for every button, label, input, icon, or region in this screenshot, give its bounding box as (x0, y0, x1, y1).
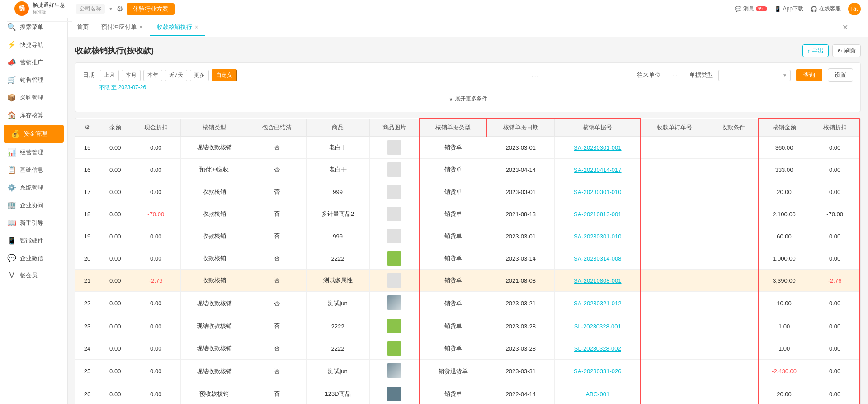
cell-bill-no-link[interactable]: SA-20210813-001 (574, 211, 622, 218)
cell-bill-no-link[interactable]: ABC-001 (585, 391, 609, 398)
cell-bill-no-link[interactable]: SA-20210808-001 (574, 277, 622, 284)
date-last-7days-btn[interactable]: 近7天 (165, 70, 187, 81)
marketing-icon: 📣 (7, 58, 16, 67)
counterpart-label: 往来单位 (637, 71, 660, 79)
date-more-btn[interactable]: 更多 (190, 70, 209, 81)
wechat-icon: 💬 (7, 254, 16, 262)
cell-bill-no-link[interactable]: SL-20230328-001 (574, 323, 621, 330)
cell-bill-no[interactable]: SL-20230328-002 (555, 337, 641, 360)
message-item[interactable]: 💬 消息 99+ (735, 5, 767, 13)
cell-writeoff-discount: 0.00 (810, 225, 860, 247)
cell-included: 否 (248, 203, 306, 225)
cell-bill-no[interactable]: SA-20230314-008 (555, 247, 641, 270)
export-button[interactable]: ↑ 导出 (802, 44, 829, 57)
sidebar-item-system[interactable]: ⚙️ 系统管理 (0, 179, 67, 196)
cell-writeoff-discount: 0.00 (810, 315, 860, 337)
sidebar-item-guide[interactable]: 📖 新手引导 (0, 214, 67, 232)
sidebar-item-marketing[interactable]: 📣 营销推广 (0, 53, 67, 71)
sidebar-item-member[interactable]: V 畅会员 (0, 267, 67, 284)
cell-no: 18 (75, 203, 99, 225)
cell-no: 20 (75, 247, 99, 270)
sidebar-item-purchase[interactable]: 📦 采购管理 (0, 89, 67, 106)
cell-condition (708, 181, 758, 203)
sidebar-item-inventory[interactable]: 🏠 库存核算 (0, 106, 67, 124)
date-custom-btn[interactable]: 自定义 (212, 69, 237, 81)
settings-gear-icon[interactable]: ⚙ (117, 5, 123, 13)
cell-bill-no[interactable]: SA-20230414-017 (555, 159, 641, 181)
sidebar-item-finance[interactable]: 💰 资金管理 (4, 125, 64, 143)
cell-bill-date: 2023-03-31 (487, 360, 554, 383)
table-row: 260.000.00预收款核销否123D商品销货单2022-04-14ABC-0… (75, 383, 860, 404)
table-row: 200.000.00收款核销否2222销货单2023-03-14SA-20230… (75, 247, 860, 270)
date-last-month-btn[interactable]: 上月 (100, 70, 119, 81)
company-dropdown-arrow[interactable]: ▼ (108, 6, 113, 11)
sidebar-item-quick-nav[interactable]: ⚡ 快捷导航 (0, 36, 67, 53)
cell-balance: 0.00 (99, 337, 131, 360)
settings-button[interactable]: 设置 (828, 68, 853, 82)
cell-amount: 20.00 (758, 383, 810, 404)
online-service-item[interactable]: 🎧 在线客服 (811, 5, 841, 13)
sidebar-item-enterprise[interactable]: 🏢 企业协同 (0, 196, 67, 214)
top-bar: 畅 畅捷通好生意 标准版 公司名称 ▼ ⚙ 休验行业方案 💬 消息 99+ 📱 … (0, 0, 868, 18)
member-icon: V (7, 271, 16, 280)
chevron-down-icon: ∨ (449, 96, 453, 102)
cell-bill-no[interactable]: SA-20210813-001 (555, 203, 641, 225)
col-amount: 核销金额 (758, 119, 810, 137)
col-goods-img: 商品图片 (369, 119, 419, 137)
sidebar-item-operations[interactable]: 📊 经营管理 (0, 143, 67, 161)
message-icon: 💬 (735, 6, 741, 12)
industry-solution-button[interactable]: 休验行业方案 (127, 3, 175, 15)
cell-bill-no-link[interactable]: SA-20230321-012 (574, 300, 622, 307)
cell-bill-no-link[interactable]: SA-20230301-010 (574, 233, 622, 240)
cell-bill-no[interactable]: SA-20230321-012 (555, 292, 641, 315)
cell-bill-no[interactable]: SL-20230328-001 (555, 315, 641, 337)
cell-writeoff-discount: 0.00 (810, 337, 860, 360)
cell-bill-date: 2023-03-21 (487, 292, 554, 315)
cell-bill-no-link[interactable]: SL-20230328-002 (574, 345, 621, 352)
system-icon: ⚙️ (7, 183, 16, 192)
cell-bill-no-link[interactable]: SA-20230414-017 (574, 166, 622, 173)
cell-bill-no[interactable]: SA-20210808-001 (555, 270, 641, 292)
user-avatar[interactable]: Rit (848, 3, 861, 15)
cell-included: 否 (248, 315, 306, 337)
cell-bill-type: 销货单 (419, 383, 487, 404)
query-button[interactable]: 查询 (796, 69, 822, 81)
expand-more-btn[interactable]: ∨ 展开更多条件 (83, 95, 853, 103)
cell-bill-date: 2021-08-08 (487, 270, 554, 292)
col-settings-icon[interactable]: ⚙ (75, 119, 99, 137)
bill-type-select[interactable] (718, 70, 791, 81)
cell-included: 否 (248, 247, 306, 270)
table-cell-img (369, 181, 419, 203)
tab-expand-icon[interactable]: ⛶ (854, 22, 864, 33)
sidebar-item-smart-hw[interactable]: 📱 智能硬件 (0, 232, 67, 249)
date-this-month-btn[interactable]: 本月 (122, 70, 141, 81)
tab-close-all-icon[interactable]: ✕ (840, 21, 850, 33)
sidebar-item-sales[interactable]: 🛒 销售管理 (0, 71, 67, 89)
main-content: 首页 预付冲应付单 × 收款核销执行 × ✕ ⛶ 收款核销执行(按收款) ↑ (68, 18, 868, 404)
cell-goods: 测试jun (306, 292, 369, 315)
table-cell-img (369, 270, 419, 292)
cell-bill-no-link[interactable]: SA-20230331-026 (574, 368, 622, 375)
export-label: 导出 (812, 47, 824, 55)
refresh-button[interactable]: ↻ 刷新 (832, 44, 861, 57)
cell-bill-no-link[interactable]: SA-20230301-001 (574, 144, 622, 151)
col-bill-type: 核销单据类型 (419, 119, 487, 137)
sidebar-label-enterprise: 企业协同 (20, 201, 43, 209)
tab-writeoff-close-icon[interactable]: × (195, 24, 198, 30)
tab-prepay-close-icon[interactable]: × (139, 24, 142, 30)
filter-row-1: 日期 上月 本月 本年 近7天 更多 自定义 ... 往来单位 ··· 单据类型 (83, 68, 853, 82)
cell-bill-no[interactable]: ABC-001 (555, 383, 641, 404)
cell-balance: 0.00 (99, 247, 131, 270)
cell-bill-no-link[interactable]: SA-20230301-010 (574, 189, 622, 195)
app-download-item[interactable]: 📱 App下载 (774, 5, 803, 13)
table-cell-img (369, 292, 419, 315)
cell-bill-no-link[interactable]: SA-20230314-008 (574, 255, 622, 262)
cell-bill-no[interactable]: SA-20230331-026 (555, 360, 641, 383)
sidebar-item-base-info[interactable]: 📋 基础信息 (0, 161, 67, 179)
cell-bill-no[interactable]: SA-20230301-001 (555, 137, 641, 159)
cell-bill-no[interactable]: SA-20230301-010 (555, 181, 641, 203)
sidebar-item-wechat[interactable]: 💬 企业微信 (0, 249, 67, 267)
cell-included: 否 (248, 292, 306, 315)
date-this-year-btn[interactable]: 本年 (143, 70, 162, 81)
cell-bill-no[interactable]: SA-20230301-010 (555, 225, 641, 247)
